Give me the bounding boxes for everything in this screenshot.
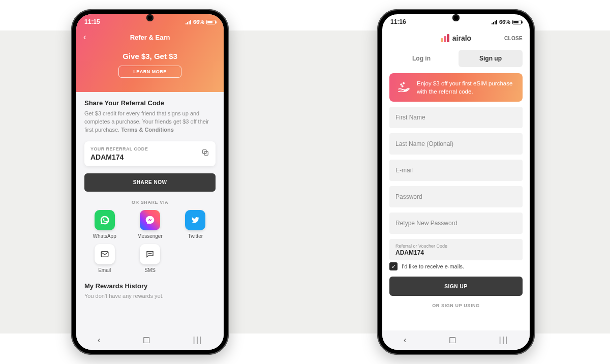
learn-more-button[interactable]: LEARN MORE [118, 66, 181, 78]
share-twitter[interactable]: Twitter [175, 210, 216, 239]
email-icon [95, 244, 115, 264]
referral-code-value: ADAM174 [90, 153, 148, 161]
or-share-via-label: OR SHARE VIA [84, 200, 216, 205]
sms-icon [140, 244, 160, 264]
last-name-field[interactable]: Last Name (Optional) [389, 133, 523, 155]
phone-signup: 11:16 66% airalo CLOSE Log in Sign up [377, 9, 535, 355]
svg-point-6 [401, 84, 402, 85]
email-field[interactable]: E-mail [389, 160, 523, 181]
share-messenger[interactable]: Messenger [130, 210, 170, 239]
battery-icon [512, 20, 522, 24]
nav-recents-icon[interactable]: ||| [193, 336, 202, 345]
svg-point-5 [151, 253, 151, 254]
emails-checkbox-label: I'd like to receive e-mails. [402, 263, 464, 269]
battery-percent: 66% [193, 19, 204, 25]
nav-back-icon[interactable]: ‹ [404, 336, 406, 345]
retype-password-field[interactable]: Retype New Password [389, 213, 523, 234]
terms-link[interactable]: Terms & Conditions [121, 127, 174, 133]
brand-mark-icon [441, 34, 449, 42]
nav-home-icon[interactable]: ☐ [449, 336, 456, 345]
nav-back-icon[interactable]: ‹ [98, 336, 100, 345]
or-signup-using-label: OR SIGN UP USING [382, 303, 530, 308]
back-icon[interactable]: ‹ [83, 33, 86, 42]
battery-icon [206, 20, 216, 24]
twitter-icon [185, 210, 205, 230]
whatsapp-icon [95, 210, 115, 230]
tab-login[interactable]: Log in [389, 50, 453, 67]
emails-checkbox[interactable]: ✓ [389, 262, 398, 270]
signal-icon [186, 20, 191, 24]
signal-icon [492, 20, 497, 24]
messenger-icon [140, 210, 160, 230]
nav-home-icon[interactable]: ☐ [143, 336, 150, 345]
share-email[interactable]: Email [84, 244, 125, 273]
refer-header: 11:15 66% ‹ Refer & Earn Give $3, Get $3… [76, 14, 224, 92]
status-time: 11:16 [390, 18, 406, 25]
referral-code-field[interactable]: Referral or Voucher Code ADAM174 [389, 239, 523, 260]
svg-point-7 [403, 83, 404, 84]
svg-point-4 [150, 253, 150, 254]
referral-code-label: YOUR REFERRAL CODE [90, 146, 148, 151]
android-nav-bar: ‹ ☐ ||| [76, 330, 224, 350]
camera-hole-icon [146, 14, 154, 21]
rewards-heading: My Rewards History [84, 282, 216, 290]
rewards-empty-text: You don't have any rewards yet. [84, 293, 216, 299]
referral-code-box: YOUR REFERRAL CODE ADAM174 [84, 141, 216, 166]
hand-coins-icon [396, 80, 411, 95]
battery-percent: 66% [499, 19, 510, 25]
brand-logo: airalo [441, 34, 471, 42]
referral-banner: Enjoy $3 off your first eSIM purchase wi… [389, 73, 523, 102]
share-description: Get $3 credit for every friend that sign… [84, 110, 216, 134]
share-whatsapp[interactable]: WhatsApp [84, 210, 125, 239]
svg-point-3 [148, 253, 149, 254]
svg-point-8 [402, 86, 403, 87]
page-title: Refer & Earn [130, 34, 170, 41]
promo-title: Give $3, Get $3 [76, 52, 224, 60]
signup-button[interactable]: SIGN UP [389, 277, 523, 296]
first-name-field[interactable]: First Name [389, 107, 523, 128]
close-button[interactable]: CLOSE [504, 36, 523, 41]
password-field[interactable]: Password [389, 186, 523, 207]
phone-refer-earn: 11:15 66% ‹ Refer & Earn Give $3, Get $3… [71, 9, 229, 355]
share-sms[interactable]: SMS [130, 244, 170, 273]
copy-icon[interactable] [201, 148, 209, 159]
status-time: 11:15 [84, 18, 100, 25]
camera-hole-icon [452, 14, 460, 21]
tab-signup[interactable]: Sign up [459, 50, 523, 67]
android-nav-bar: ‹ ☐ ||| [382, 330, 530, 350]
nav-recents-icon[interactable]: ||| [499, 336, 508, 345]
share-now-button[interactable]: SHARE NOW [84, 173, 216, 192]
share-heading: Share Your Referral Code [84, 99, 216, 107]
